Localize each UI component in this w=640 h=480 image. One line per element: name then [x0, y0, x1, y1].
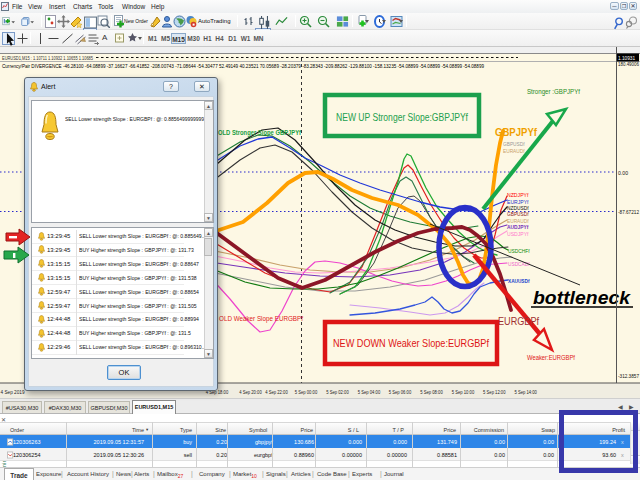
svg-text:XAUUSDf: XAUUSDf: [508, 278, 530, 284]
svg-text:USDJPYf: USDJPYf: [507, 231, 529, 237]
svg-text:EURGBPf: EURGBPf: [498, 316, 539, 327]
svg-text:5 Sep 04:00: 5 Sep 04:00: [358, 389, 380, 395]
svg-text:AUDJPYf: AUDJPYf: [507, 224, 529, 230]
svg-text:Stronger :GBPJPYf: Stronger :GBPJPYf: [527, 88, 580, 96]
svg-text:4 Sep 22:00: 4 Sep 22:00: [265, 389, 287, 395]
svg-text:5 Sep 10:00: 5 Sep 10:00: [452, 389, 474, 395]
svg-text:180.49006: 180.49006: [618, 61, 639, 67]
svg-text:NZDJPYf: NZDJPYf: [507, 192, 529, 198]
svg-text:Weaker:EURGBPf: Weaker:EURGBPf: [527, 354, 575, 361]
svg-text:5 Sep 00:00: 5 Sep 00:00: [295, 389, 317, 395]
svg-text:5 Sep 06:00: 5 Sep 06:00: [389, 389, 411, 395]
svg-text:5 Sep 12:00: 5 Sep 12:00: [483, 389, 505, 395]
svg-text:USDCHFf: USDCHFf: [508, 248, 530, 254]
svg-text:4 Sep 20:00: 4 Sep 20:00: [239, 389, 261, 395]
svg-text:NEW DOWN Weaker Slope:EURGBPf: NEW DOWN Weaker Slope:EURGBPf: [333, 337, 489, 349]
svg-text:OLD Weaker Slope EURGBPf: OLD Weaker Slope EURGBPf: [219, 314, 304, 323]
svg-text:EURAUDf: EURAUDf: [507, 218, 529, 224]
svg-text:GBPJPYf: GBPJPYf: [495, 126, 537, 138]
svg-text:0.00: 0.00: [618, 170, 628, 176]
svg-text:-312.3857: -312.3857: [618, 373, 639, 379]
svg-text:Currency/Pair DIVERGENCE -46.2: Currency/Pair DIVERGENCE -46.28100 -64.0…: [2, 63, 484, 69]
svg-text:4 Sep 2019: 4 Sep 2019: [1, 389, 25, 395]
svg-text:NEW UP Stronger Slope:GBPJPYf: NEW UP Stronger Slope:GBPJPYf: [336, 111, 469, 123]
svg-text:OLD Stronger Slope GBPJPYf: OLD Stronger Slope GBPJPYf: [218, 128, 301, 137]
svg-text:EURUSD1,M15 : 1.10711 1.10932: EURUSD1,M15 : 1.10711 1.10932 1.10655 1.…: [2, 55, 93, 61]
svg-text:GBPUSDf: GBPUSDf: [503, 141, 525, 147]
svg-text:5 Sep 02:00: 5 Sep 02:00: [326, 389, 348, 395]
svg-text:-87.67212: -87.67212: [618, 209, 639, 215]
svg-text:EURAUDf: EURAUDf: [503, 148, 525, 154]
svg-text:5 Sep 14:00: 5 Sep 14:00: [515, 389, 537, 395]
svg-text:GBPUSDf: GBPUSDf: [507, 211, 529, 217]
svg-text:5 Sep 08:00: 5 Sep 08:00: [420, 389, 442, 395]
